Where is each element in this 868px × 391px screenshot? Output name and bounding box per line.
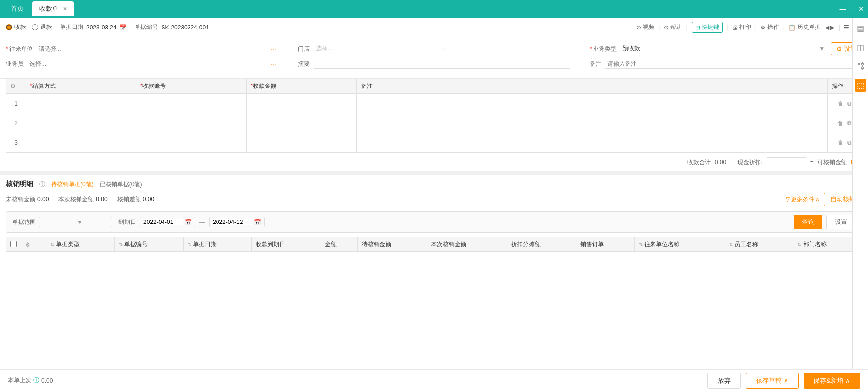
remarks-input[interactable] <box>607 60 860 67</box>
col-amount: 金额 <box>321 237 358 252</box>
salesperson-more-btn[interactable]: ··· <box>271 60 276 68</box>
form-row-2: 业务员 ··· 摘要 备注 <box>6 59 862 69</box>
completed-tab[interactable]: 已核销单据(0笔) <box>100 180 142 189</box>
layout-icon[interactable]: ☰ <box>844 24 849 31</box>
table-section: ⚙ *结算方式 *收款账号 *收款金额 备注 操作 <box>0 79 868 153</box>
remarks-input-wrap <box>605 59 862 69</box>
counterpart-input[interactable] <box>39 45 271 52</box>
sidebar-link-icon[interactable]: ⛓ <box>855 60 867 73</box>
sidebar-book-icon[interactable]: ◫ <box>855 41 866 54</box>
window-minimize[interactable]: — <box>840 5 846 13</box>
stat-diff: 核销差额 0.00 <box>117 196 154 204</box>
range-filter: 单据范围 ▼ <box>12 217 112 227</box>
store-more-btn[interactable]: ··· <box>442 45 568 52</box>
table-row: 1 🗑 ⧉ <box>6 94 862 113</box>
salesperson-input[interactable] <box>29 60 271 67</box>
col-doc-type: ⇅ 单据类型 <box>46 237 115 252</box>
date-from-input[interactable] <box>143 219 183 225</box>
business-type-field: 业务类型 预收款 ▼ ⚙ 设置 <box>590 42 862 55</box>
date-to-input[interactable] <box>213 219 252 225</box>
save-new-arrow-icon: ∧ <box>845 377 850 384</box>
tab-bar-left: 首页 收款单 × <box>4 1 74 16</box>
toolbar: 收款 退款 单据日期 2023-03-24 📅 单据编号 SK-20230324… <box>0 18 868 37</box>
calendar-icon[interactable]: 📅 <box>119 24 127 31</box>
select-all-checkbox[interactable] <box>10 241 17 247</box>
shortcut-action[interactable]: ⊟ 快捷键 <box>692 22 723 33</box>
filter-settings-button[interactable]: 设置 <box>826 215 856 229</box>
more-conditions-btn[interactable]: ▽ 更多条件 ∧ <box>786 196 820 204</box>
col-discount: 折扣分摊额 <box>507 237 576 252</box>
nav-next[interactable]: ▶ <box>830 24 835 31</box>
sidebar-form-icon[interactable]: ⬚ <box>855 79 866 92</box>
counterpart-field: 往来单位 ··· <box>6 44 278 54</box>
filter-actions: 查询 设置 <box>794 215 856 229</box>
row-copy-icon[interactable]: ⧉ <box>847 100 852 107</box>
radio-shoukuan[interactable]: 收款 <box>6 23 26 31</box>
ops-action[interactable]: ⚙ 操作 <box>760 23 779 31</box>
col-gear-bottom: ⚙ <box>21 237 46 252</box>
col-doc-number: ⇅ 单据编号 <box>114 237 183 252</box>
remarks-field: 备注 <box>590 59 862 69</box>
col-pending-amount: 待核销金额 <box>358 237 427 252</box>
range-select[interactable]: ▼ <box>39 217 112 227</box>
nav-prev[interactable]: ◀ <box>825 24 829 31</box>
due-date-filter: 到期日 📅 — 📅 <box>118 217 265 227</box>
store-field: 门店 选择... ··· <box>298 43 570 54</box>
save-new-button[interactable]: 保存&新增 ∧ <box>804 373 860 389</box>
summary-field: 摘要 <box>298 59 570 69</box>
bottom-table-gear-icon[interactable]: ⚙ <box>25 241 30 248</box>
query-button[interactable]: 查询 <box>794 215 822 229</box>
reconcile-header: 核销明细 ⓘ 待核销单据(0笔) 已核销单据(0笔) <box>6 180 862 189</box>
col-current-amount: 本次核销金额 <box>427 237 507 252</box>
save-draft-button[interactable]: 保存草稿 ∧ <box>746 373 799 389</box>
footer-left: 本单上次 ⓘ 0.00 <box>8 376 53 385</box>
save-draft-arrow-icon: ∧ <box>784 377 788 384</box>
reconcile-stats: 未核销金额 0.00 本次核销金额 0.00 核销差额 0.00 ▽ 更多条件 … <box>6 193 862 206</box>
row-delete-icon[interactable]: 🗑 <box>838 120 843 127</box>
date-from-cal-icon[interactable]: 📅 <box>185 219 192 225</box>
summary-input-wrap <box>314 59 570 69</box>
date-field: 单据日期 2023-03-24 📅 <box>60 23 127 31</box>
row-delete-icon[interactable]: 🗑 <box>838 140 843 146</box>
table-row: 2 🗑 ⧉ <box>6 113 862 133</box>
footer: 本单上次 ⓘ 0.00 放弃 保存草稿 ∧ 保存&新增 ∧ <box>0 369 868 391</box>
help-action[interactable]: ⊙ 帮助 <box>664 23 682 31</box>
pending-tab[interactable]: 待核销单据(0笔) <box>51 180 94 189</box>
tab-bar: 首页 收款单 × — □ ✕ <box>0 0 868 18</box>
date-to-cal-icon[interactable]: 📅 <box>254 219 261 225</box>
print-action[interactable]: 🖨 打印 <box>732 23 751 31</box>
filter-row: ▽ 更多条件 ∧ 自动核销 <box>786 193 862 206</box>
nav-arrows: ◀ ▶ <box>825 24 835 31</box>
store-select[interactable]: 选择... ··· <box>314 43 570 54</box>
abandon-button[interactable]: 放弃 <box>707 373 741 389</box>
video-action[interactable]: ⊙ 视频 <box>636 23 654 31</box>
tab-home[interactable]: 首页 <box>4 1 30 16</box>
window-close[interactable]: ✕ <box>858 5 864 13</box>
type-radio-group: 收款 退款 <box>6 23 52 31</box>
right-sidebar: ▤ ◫ ⛓ ⬚ <box>852 18 868 369</box>
salesperson-input-wrap: ··· <box>27 59 278 69</box>
business-type-arrow[interactable]: ▼ <box>819 45 825 52</box>
col-amount: *收款金额 <box>246 79 357 94</box>
reconcile-info-icon[interactable]: ⓘ <box>39 180 45 189</box>
col-account: *收款账号 <box>136 79 246 94</box>
history-action[interactable]: 📋 历史单据 <box>788 23 821 31</box>
counterpart-more-btn[interactable]: ··· <box>271 45 276 53</box>
summary-input[interactable] <box>316 60 569 67</box>
sidebar-table-icon[interactable]: ▤ <box>855 22 866 35</box>
row-copy-icon[interactable]: ⧉ <box>847 140 852 146</box>
radio-tuikuan[interactable]: 退款 <box>32 23 52 31</box>
date-to-wrap: 📅 <box>209 217 265 227</box>
tab-close-icon[interactable]: × <box>63 5 67 12</box>
row-delete-icon[interactable]: 🗑 <box>838 100 843 107</box>
salesperson-field: 业务员 ··· <box>6 59 278 69</box>
table-gear-icon[interactable]: ⚙ <box>10 83 16 90</box>
window-maximize[interactable]: □ <box>850 5 854 13</box>
stat-unreconciled: 未核销金额 0.00 <box>6 196 49 204</box>
footer-info-icon[interactable]: ⓘ <box>33 376 39 385</box>
date-from-wrap: 📅 <box>140 217 195 227</box>
table-row: 3 🗑 ⧉ <box>6 133 862 153</box>
row-copy-icon[interactable]: ⧉ <box>847 120 852 127</box>
discount-input[interactable] <box>767 157 806 167</box>
tab-active[interactable]: 收款单 × <box>32 1 74 16</box>
